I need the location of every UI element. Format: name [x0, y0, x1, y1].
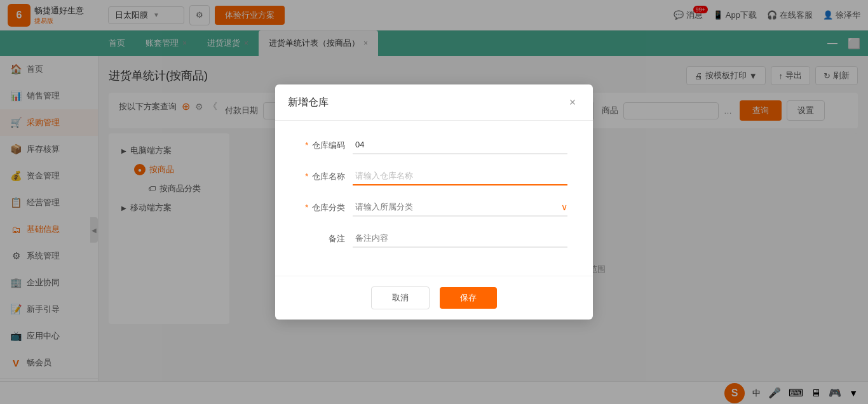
category-dropdown-icon[interactable]: ∨ [561, 202, 567, 212]
warehouse-note-row: 备注 [301, 229, 567, 248]
modal-footer: 取消 保存 [275, 276, 593, 320]
cancel-button[interactable]: 取消 [371, 286, 430, 309]
modal-title: 新增仓库 [288, 96, 329, 109]
warehouse-code-input[interactable] [353, 136, 567, 154]
warehouse-name-row: * 仓库名称 [301, 167, 567, 185]
warehouse-category-select-wrap: ∨ [353, 198, 567, 217]
warehouse-code-row: * 仓库编码 [301, 136, 567, 154]
modal-body: * 仓库编码 * 仓库名称 * 仓库分类 [275, 121, 593, 276]
save-button[interactable]: 保存 [440, 287, 497, 309]
warehouse-category-input[interactable] [353, 198, 561, 215]
modal-overlay: 新增仓库 × * 仓库编码 * 仓库名称 [0, 0, 868, 404]
warehouse-category-label: * 仓库分类 [301, 202, 345, 213]
warehouse-name-input[interactable] [353, 167, 567, 185]
warehouse-category-row: * 仓库分类 ∨ [301, 198, 567, 217]
modal-header: 新增仓库 × [275, 84, 593, 121]
modal-close-button[interactable]: × [565, 95, 580, 110]
warehouse-note-input[interactable] [353, 229, 567, 248]
warehouse-name-label: * 仓库名称 [301, 171, 345, 182]
warehouse-code-label: * 仓库编码 [301, 140, 345, 151]
new-warehouse-modal: 新增仓库 × * 仓库编码 * 仓库名称 [275, 84, 593, 320]
warehouse-note-label: 备注 [301, 233, 345, 245]
